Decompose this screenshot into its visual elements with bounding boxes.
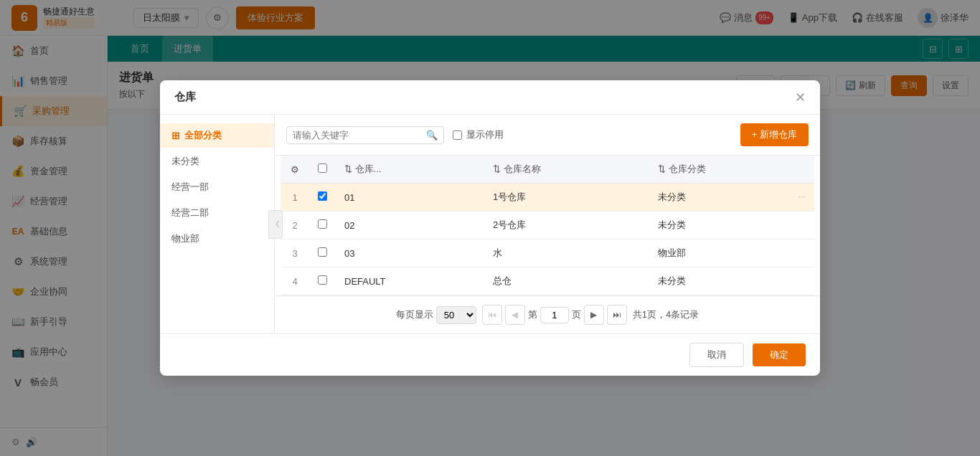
category-item-all[interactable]: ⊞ 全部分类 xyxy=(160,123,274,148)
page-size-select: 每页显示 50 10 20 100 xyxy=(396,306,476,324)
show-disabled-option: 显示停用 xyxy=(453,128,504,141)
row-checkbox-cell xyxy=(309,184,336,212)
row-code: 03 xyxy=(336,239,484,267)
col-category: ⇅ 仓库分类 xyxy=(649,156,814,184)
confirm-button[interactable]: 确定 xyxy=(753,343,806,366)
row-checkbox-cell xyxy=(309,267,336,295)
row-number: 3 xyxy=(281,239,309,267)
row-category: 未分类 xyxy=(649,267,814,295)
dialog-close-button[interactable]: ✕ xyxy=(795,91,806,104)
table-row[interactable]: 3 03 水 物业部 xyxy=(281,239,814,267)
category-item-ops1[interactable]: 经营一部 xyxy=(160,175,274,199)
dialog-overlay: 仓库 ✕ ⊞ 全部分类 未分类 经营一部 经营二部 xyxy=(0,0,980,456)
row-number: 4 xyxy=(281,267,309,295)
total-info: 共1页，4条记录 xyxy=(633,308,699,321)
next-page-button[interactable]: ▶ xyxy=(584,305,604,325)
row-category: 物业部 xyxy=(649,239,814,267)
page-navigation: ⏮ ◀ 第 页 ▶ ⏭ xyxy=(482,305,627,325)
row-checkbox[interactable] xyxy=(318,219,327,229)
row-checkbox[interactable] xyxy=(318,191,327,201)
row-checkbox[interactable] xyxy=(318,247,327,257)
page-suffix: 页 xyxy=(572,308,581,321)
add-warehouse-button[interactable]: + 新增仓库 xyxy=(740,123,809,146)
category-label: 经营一部 xyxy=(171,181,209,194)
row-action-icon[interactable]: ··· xyxy=(798,191,806,201)
search-box: 🔍 xyxy=(286,126,444,144)
col-code: ⇅ 仓库... xyxy=(336,156,484,184)
table-header-row: ⚙ ⇅ 仓库... ⇅ 仓库名称 ⇅ 仓库分类 xyxy=(281,156,814,184)
category-item-ops2[interactable]: 经营二部 xyxy=(160,201,274,225)
row-name: 1号仓库 xyxy=(484,184,649,212)
category-label: 全部分类 xyxy=(184,129,222,142)
row-number: 2 xyxy=(281,212,309,239)
first-page-button[interactable]: ⏮ xyxy=(482,305,502,325)
page-number-input[interactable] xyxy=(540,307,569,323)
dialog-header: 仓库 ✕ xyxy=(160,80,820,115)
category-sidebar: ⊞ 全部分类 未分类 经营一部 经营二部 物业部 《 xyxy=(160,115,275,333)
category-item-property[interactable]: 物业部 xyxy=(160,227,274,251)
dialog-pagination: 每页显示 50 10 20 100 ⏮ ◀ 第 xyxy=(275,295,820,333)
row-checkbox[interactable] xyxy=(318,275,327,285)
row-code: DEFAULT xyxy=(336,267,484,295)
row-number: 1 xyxy=(281,184,309,212)
row-name: 2号仓库 xyxy=(484,212,649,239)
last-page-button[interactable]: ⏭ xyxy=(607,305,627,325)
row-checkbox-cell xyxy=(309,239,336,267)
table-row[interactable]: 4 DEFAULT 总仓 未分类 xyxy=(281,267,814,295)
warehouse-dialog: 仓库 ✕ ⊞ 全部分类 未分类 经营一部 经营二部 xyxy=(160,80,820,376)
dialog-toolbar: 🔍 显示停用 + 新增仓库 xyxy=(275,115,820,156)
search-input[interactable] xyxy=(293,130,422,141)
search-icon[interactable]: 🔍 xyxy=(426,130,438,141)
col-checkbox xyxy=(309,156,336,184)
category-label: 物业部 xyxy=(171,232,199,245)
row-category: 未分类 xyxy=(649,212,814,239)
page-size-label: 每页显示 xyxy=(396,308,433,321)
category-collapse-button[interactable]: 《 xyxy=(268,210,283,239)
row-code: 01 xyxy=(336,184,484,212)
show-disabled-label: 显示停用 xyxy=(466,128,504,141)
col-name: ⇅ 仓库名称 xyxy=(484,156,649,184)
cancel-button[interactable]: 取消 xyxy=(689,343,744,367)
row-checkbox-cell xyxy=(309,212,336,239)
warehouse-table-wrap: ⚙ ⇅ 仓库... ⇅ 仓库名称 ⇅ 仓库分类 xyxy=(275,156,820,295)
page-size-dropdown[interactable]: 50 10 20 100 xyxy=(436,306,476,324)
grid-icon: ⊞ xyxy=(171,130,180,141)
page-label: 第 xyxy=(528,308,537,321)
table-row[interactable]: 2 02 2号仓库 未分类 xyxy=(281,212,814,239)
row-code: 02 xyxy=(336,212,484,239)
row-name: 总仓 xyxy=(484,267,649,295)
select-all-checkbox[interactable] xyxy=(318,163,327,173)
chevron-left-icon: 《 xyxy=(272,219,279,229)
page-input-area: 第 页 xyxy=(528,307,581,323)
show-disabled-checkbox[interactable] xyxy=(453,130,462,140)
col-settings: ⚙ xyxy=(281,156,309,184)
category-label: 未分类 xyxy=(171,155,199,168)
prev-page-button[interactable]: ◀ xyxy=(505,305,525,325)
dialog-body: ⊞ 全部分类 未分类 经营一部 经营二部 物业部 《 xyxy=(160,115,820,333)
category-item-uncategorized[interactable]: 未分类 xyxy=(160,149,274,174)
row-name: 水 xyxy=(484,239,649,267)
warehouse-table: ⚙ ⇅ 仓库... ⇅ 仓库名称 ⇅ 仓库分类 xyxy=(281,156,814,295)
dialog-main: 🔍 显示停用 + 新增仓库 ⚙ xyxy=(275,115,820,333)
row-category: 未分类··· xyxy=(649,184,814,212)
dialog-title: 仓库 xyxy=(174,90,196,104)
table-row[interactable]: 1 01 1号仓库 未分类··· xyxy=(281,184,814,212)
category-label: 经营二部 xyxy=(171,206,209,219)
dialog-footer: 取消 确定 xyxy=(160,333,820,376)
